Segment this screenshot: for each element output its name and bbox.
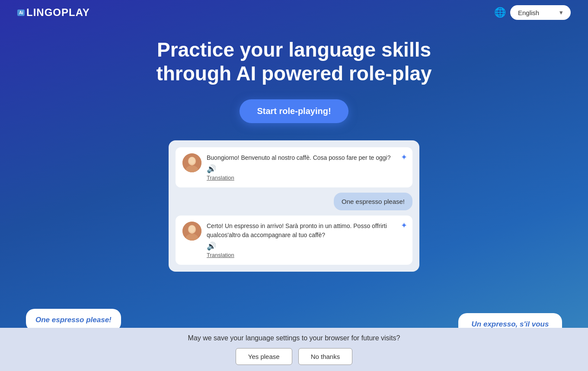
chat-container: Buongiorno! Benvenuto al nostro caffè. C… — [169, 140, 419, 272]
user-message-wrapper: One espresso please! — [176, 193, 412, 210]
bot-message-2: Certo! Un espresso in arrivo! Sarà pront… — [176, 216, 412, 265]
message-body-1: Buongiorno! Benvenuto al nostro caffè. C… — [207, 153, 406, 181]
message-text-2: Certo! Un espresso in arrivo! Sarà pront… — [207, 222, 406, 240]
translation-link-2[interactable]: Translation — [207, 252, 234, 258]
bottom-bar-message: May we save your language settings to yo… — [188, 334, 400, 342]
message-body-2: Certo! Un espresso in arrivo! Sarà pront… — [207, 222, 406, 259]
no-thanks-button[interactable]: No thanks — [298, 348, 353, 365]
chat-area-wrapper: One espresso please! Un expresso, s'il v… — [0, 140, 588, 272]
main-content: Practice your language skills through AI… — [0, 25, 588, 272]
start-roleplay-button[interactable]: Start role-playing! — [240, 99, 348, 123]
translation-link-1[interactable]: Translation — [207, 174, 234, 181]
bot-message-1: Buongiorno! Benvenuto al nostro caffè. C… — [176, 147, 412, 187]
svg-point-3 — [189, 157, 195, 164]
language-selector[interactable]: English ▾ — [510, 5, 571, 20]
header-right: 🌐 English ▾ — [494, 5, 571, 20]
hero-title: Practice your language skills through AI… — [156, 38, 431, 86]
avatar-1 — [182, 153, 201, 172]
globe-icon: 🌐 — [494, 7, 506, 18]
yes-please-button[interactable]: Yes please — [236, 348, 292, 365]
bottom-bar-buttons: Yes please No thanks — [236, 348, 352, 365]
logo: Ai LINGOPLAY — [17, 6, 90, 19]
user-message: One espresso please! — [334, 193, 412, 210]
logo-icon: Ai — [17, 10, 25, 16]
language-label: English — [518, 9, 539, 16]
chevron-down-icon: ▾ — [559, 9, 563, 16]
header: Ai LINGOPLAY 🌐 English ▾ — [0, 0, 588, 25]
avatar-2 — [182, 222, 201, 241]
sparkle-icon-1: ✦ — [401, 152, 407, 162]
logo-text: LINGOPLAY — [26, 6, 90, 19]
message-text-1: Buongiorno! Benvenuto al nostro caffè. C… — [207, 153, 406, 162]
svg-point-7 — [189, 225, 195, 232]
bottom-bar: May we save your language settings to yo… — [0, 328, 588, 371]
speaker-icon-1[interactable]: 🔊 — [207, 164, 406, 174]
speaker-icon-2[interactable]: 🔊 — [207, 241, 406, 251]
sparkle-icon-2: ✦ — [401, 221, 407, 230]
